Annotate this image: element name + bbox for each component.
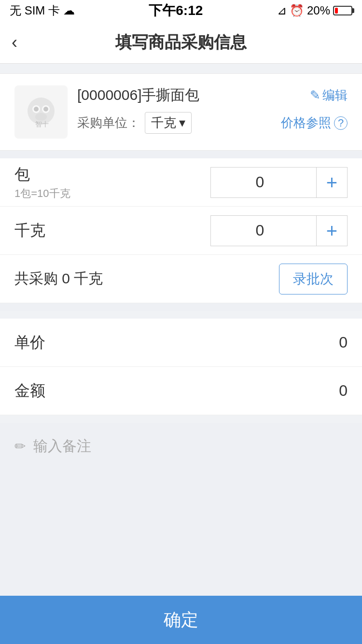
- battery-percent: 20%: [307, 4, 330, 17]
- svg-point-5: [35, 113, 47, 121]
- battery-icon: [333, 6, 352, 15]
- edit-button[interactable]: ✎ 编辑: [310, 87, 348, 104]
- edit-label: 编辑: [322, 87, 348, 104]
- pencil-icon: ✏: [14, 438, 26, 454]
- svg-point-4: [43, 107, 48, 112]
- amount-value: 0: [339, 382, 348, 400]
- dropdown-arrow-icon: ▾: [179, 115, 185, 130]
- kg-number-input[interactable]: [210, 215, 317, 246]
- kg-plus-button[interactable]: +: [317, 215, 348, 246]
- product-top-row: [0000006]手撕面包 ✎ 编辑: [77, 85, 348, 105]
- bag-input-right: +: [70, 167, 348, 198]
- sim-status: 无 SIM 卡 ☁: [10, 3, 75, 18]
- kg-input-right: +: [53, 215, 348, 246]
- product-bottom-row: 采购单位： 千克 ▾ 价格参照 ?: [77, 112, 348, 134]
- alarm-icon: ⏰: [290, 4, 304, 17]
- svg-text:智十: 智十: [35, 120, 49, 128]
- status-right: ⊿ ⏰ 20%: [277, 4, 352, 17]
- nav-bar: ‹ 填写商品采购信息: [0, 21, 362, 64]
- notes-section[interactable]: ✏ 输入备注: [0, 423, 362, 470]
- bag-label-container: 包 1包=10千克: [14, 164, 70, 201]
- unit-price-row: 单价 0: [0, 319, 362, 367]
- bag-label: 包: [14, 164, 70, 185]
- kg-label-container: 千克: [14, 220, 53, 241]
- amount-row: 金额 0: [0, 367, 362, 415]
- input-section: 包 1包=10千克 + 千克 + 共采购 0 千克 录批次: [0, 158, 362, 303]
- purchase-unit: 采购单位： 千克 ▾: [77, 112, 192, 134]
- product-thumbnail-icon: 智十: [22, 93, 60, 131]
- status-left: 无 SIM 卡 ☁: [10, 3, 75, 18]
- page-title: 填写商品采购信息: [115, 31, 247, 54]
- price-ref-help-icon: ?: [334, 116, 348, 130]
- bag-number-input[interactable]: [210, 167, 317, 198]
- edit-icon: ✎: [310, 88, 320, 103]
- confirm-bar[interactable]: 确定: [0, 596, 362, 644]
- separator-1: [0, 151, 362, 158]
- unit-price-label: 单价: [14, 332, 45, 353]
- summary-row: 共采购 0 千克 录批次: [0, 255, 362, 303]
- back-icon: ‹: [12, 32, 17, 53]
- amount-label: 金额: [14, 380, 45, 402]
- unit-value: 千克: [151, 114, 176, 131]
- bag-input-row: 包 1包=10千克 +: [0, 158, 362, 207]
- svg-point-3: [34, 107, 39, 112]
- unit-price-value: 0: [339, 334, 348, 351]
- summary-text: 共采购 0 千克: [14, 269, 103, 289]
- back-button[interactable]: ‹: [12, 32, 17, 53]
- unit-dropdown[interactable]: 千克 ▾: [145, 112, 192, 134]
- price-ref-button[interactable]: 价格参照 ?: [281, 114, 348, 131]
- product-info: [0000006]手撕面包 ✎ 编辑 采购单位： 千克 ▾ 价格参照 ?: [77, 85, 348, 134]
- separator-2: [0, 303, 362, 311]
- kg-label: 千克: [14, 220, 53, 241]
- status-bar: 无 SIM 卡 ☁ 下午6:12 ⊿ ⏰ 20%: [0, 0, 362, 21]
- location-icon: ⊿: [277, 4, 287, 17]
- status-time: 下午6:12: [149, 1, 203, 20]
- product-card: 智十 [0000006]手撕面包 ✎ 编辑 采购单位： 千克 ▾: [0, 73, 362, 151]
- product-name: [0000006]手撕面包: [77, 85, 199, 105]
- bag-sub-label: 1包=10千克: [14, 186, 70, 201]
- notes-placeholder: 输入备注: [33, 436, 91, 456]
- price-ref-label: 价格参照: [281, 114, 331, 131]
- batch-button[interactable]: 录批次: [279, 264, 348, 294]
- purchase-unit-label: 采购单位：: [77, 114, 140, 131]
- bag-plus-button[interactable]: +: [317, 167, 348, 198]
- price-section: 单价 0 金额 0: [0, 319, 362, 415]
- confirm-label: 确定: [164, 608, 198, 632]
- product-image: 智十: [14, 85, 68, 139]
- kg-input-row: 千克 +: [0, 207, 362, 255]
